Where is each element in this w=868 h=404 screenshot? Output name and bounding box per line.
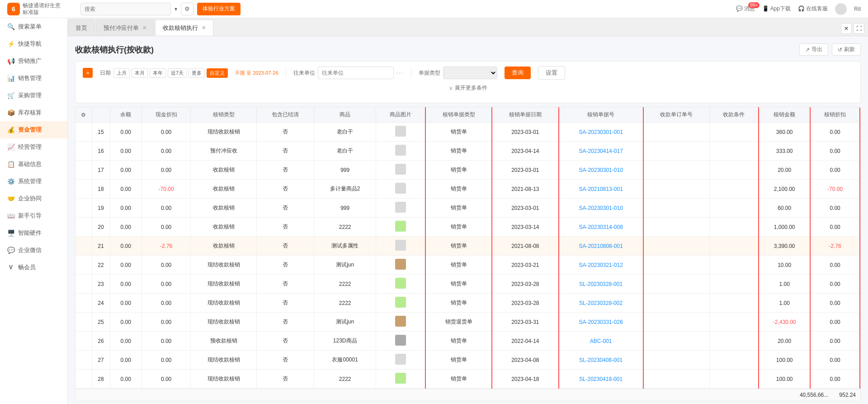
filter-expand-arrow[interactable]: » bbox=[83, 68, 93, 78]
sidebar-item-cooperation[interactable]: 🤝 企业协同 bbox=[0, 190, 67, 207]
date-btn-custom[interactable]: 自定义 bbox=[207, 68, 228, 78]
handshake-icon: 🤝 bbox=[7, 195, 14, 202]
notification-area[interactable]: 💬 消息 99+ bbox=[736, 5, 755, 13]
sidebar-item-search[interactable]: 🔍 搜索菜单 bbox=[0, 18, 67, 35]
date-label: 日期 bbox=[100, 69, 111, 77]
page-header: 收款核销执行(按收款) ↗ 导出 ↺ 刷新 bbox=[75, 43, 861, 56]
cell-gear bbox=[75, 256, 92, 275]
expand-conditions-button[interactable]: ∨ 展开更多条件 bbox=[444, 82, 492, 94]
notification-icon: 💬 bbox=[736, 5, 743, 12]
cell-bill-no[interactable]: SA-20230321-012 bbox=[559, 256, 643, 275]
cell-goods-image bbox=[376, 218, 425, 237]
app-download[interactable]: 📱 App下载 bbox=[762, 5, 791, 13]
sidebar-item-system[interactable]: ⚙️ 系统管理 bbox=[0, 173, 67, 190]
cell-bill-no[interactable]: SA-20230301-010 bbox=[559, 161, 643, 180]
cell-cash-discount: 0.00 bbox=[142, 275, 191, 294]
cell-receipt-condition bbox=[709, 275, 759, 294]
sidebar-item-hardware[interactable]: 🖥️ 智能硬件 bbox=[0, 224, 67, 242]
tab-prepayment[interactable]: 预付冲应付单 ✕ bbox=[96, 19, 154, 36]
cell-included-settled: 否 bbox=[256, 294, 314, 313]
bill-no-link[interactable]: SL-20230328-002 bbox=[579, 300, 623, 306]
search-input[interactable] bbox=[80, 3, 171, 15]
cell-seq: 28 bbox=[92, 370, 110, 389]
cell-goods: 999 bbox=[314, 199, 376, 218]
tab-maximize-button[interactable]: ⛶ bbox=[854, 23, 864, 34]
cell-write-off-discount: -2.76 bbox=[810, 237, 860, 256]
sidebar-item-basic[interactable]: 📋 基础信息 bbox=[0, 156, 67, 173]
cell-bill-no[interactable]: SL-20230408-001 bbox=[559, 351, 643, 370]
cell-write-off-amount: 100.00 bbox=[759, 370, 810, 389]
bill-type-select[interactable] bbox=[443, 67, 497, 79]
cell-bill-no[interactable]: ABC-001 bbox=[559, 332, 643, 351]
cell-bill-no[interactable]: SL-20230328-001 bbox=[559, 275, 643, 294]
sidebar-item-marketing[interactable]: 📢 营销推广 bbox=[0, 52, 67, 70]
cell-bill-no[interactable]: SA-20230301-001 bbox=[559, 123, 643, 142]
cell-cash-discount: 0.00 bbox=[142, 332, 191, 351]
gear-button[interactable]: ⚙ bbox=[181, 3, 193, 15]
bill-no-link[interactable]: SA-20210813-001 bbox=[579, 186, 623, 192]
cell-bill-no[interactable]: SA-20230301-010 bbox=[559, 199, 643, 218]
query-button[interactable]: 查询 bbox=[505, 67, 531, 79]
sidebar-item-guide[interactable]: 📖 新手引导 bbox=[0, 207, 67, 224]
bill-no-link[interactable]: SA-20210808-001 bbox=[579, 243, 623, 249]
date-btn-this-year[interactable]: 本年 bbox=[150, 68, 166, 78]
bill-no-link[interactable]: SL-20230328-001 bbox=[579, 281, 623, 287]
tab-home[interactable]: 首页 bbox=[68, 19, 95, 36]
cell-write-off-amount: -2,430.00 bbox=[759, 313, 810, 332]
sidebar-item-management[interactable]: 📈 经营管理 bbox=[0, 138, 67, 156]
cell-bill-no[interactable]: SA-20230314-008 bbox=[559, 218, 643, 237]
sidebar-item-purchase[interactable]: 🛒 采购管理 bbox=[0, 87, 67, 104]
cell-seq: 22 bbox=[92, 256, 110, 275]
filter-date-item: 日期 上月 本月 本年 近7天 更多 自定义 bbox=[100, 68, 228, 78]
sidebar-item-inventory[interactable]: 📦 库存核算 bbox=[0, 104, 67, 121]
cell-bill-no[interactable]: SA-20210813-001 bbox=[559, 180, 643, 199]
cell-bill-no[interactable]: SL-20230328-002 bbox=[559, 294, 643, 313]
cell-bill-no[interactable]: SL-20230418-001 bbox=[559, 370, 643, 389]
table-wrap: ⚙ 余额 现金折扣 核销类型 包含已结清 商品 商品图片 核销单据类型 核 bbox=[75, 107, 861, 401]
cell-write-off-type: 收款核销 bbox=[191, 180, 257, 199]
bill-no-link[interactable]: SA-20230301-001 bbox=[579, 129, 623, 135]
cell-write-off-type: 收款核销 bbox=[191, 161, 257, 180]
table-scroll[interactable]: ⚙ 余额 现金折扣 核销类型 包含已结清 商品 商品图片 核销单据类型 核 bbox=[75, 107, 860, 389]
wechat-icon: 💬 bbox=[7, 247, 14, 254]
bill-no-link[interactable]: SL-20230408-001 bbox=[579, 357, 623, 363]
bill-no-link[interactable]: ABC-001 bbox=[590, 338, 612, 344]
cell-goods-image bbox=[376, 370, 425, 389]
counterpart-input[interactable] bbox=[318, 67, 394, 79]
tab-close-button[interactable]: ✕ bbox=[841, 23, 852, 34]
cell-bill-no[interactable]: SA-20230414-017 bbox=[559, 142, 643, 161]
bill-no-link[interactable]: SA-20230414-017 bbox=[579, 148, 623, 154]
date-btn-this-month[interactable]: 本月 bbox=[132, 68, 148, 78]
bill-no-link[interactable]: SL-20230418-001 bbox=[579, 376, 623, 382]
sidebar-item-weixin[interactable]: 💬 企业微信 bbox=[0, 242, 67, 259]
cell-bill-no[interactable]: SA-20230331-026 bbox=[559, 313, 643, 332]
bill-no-link[interactable]: SA-20230331-026 bbox=[579, 319, 623, 325]
sidebar-item-quicknav[interactable]: ⚡ 快捷导航 bbox=[0, 35, 67, 52]
cell-bill-type: 销货单 bbox=[425, 142, 492, 161]
settings-button[interactable]: 设置 bbox=[538, 66, 565, 80]
bill-no-link[interactable]: SA-20230301-010 bbox=[579, 205, 623, 211]
cell-bill-date: 2023-03-21 bbox=[492, 256, 558, 275]
cell-cash-discount: 0.00 bbox=[142, 142, 191, 161]
date-btn-last-month[interactable]: 上月 bbox=[113, 68, 130, 78]
bill-no-link[interactable]: SA-20230301-010 bbox=[579, 167, 623, 173]
date-btn-7days[interactable]: 近7天 bbox=[168, 68, 187, 78]
dropdown-arrow[interactable]: ▾ bbox=[175, 6, 177, 12]
online-service[interactable]: 🎧 在线客服 bbox=[798, 5, 828, 13]
industry-solution-button[interactable]: 体验行业方案 bbox=[197, 3, 241, 15]
sidebar-item-vip[interactable]: V 畅会员 bbox=[0, 259, 67, 276]
table-row: 15 0.00 0.00 现结收款核销 否 老白干 销货单 2023-03-01… bbox=[75, 123, 860, 142]
date-btn-more[interactable]: 更多 bbox=[189, 68, 205, 78]
sidebar-item-sales[interactable]: 📊 销售管理 bbox=[0, 70, 67, 87]
sidebar-item-finance[interactable]: 💰 资金管理 bbox=[0, 121, 67, 138]
tab-writeoff[interactable]: 收款核销执行 ✕ bbox=[155, 19, 213, 36]
user-avatar[interactable] bbox=[835, 3, 847, 15]
box-icon: 📦 bbox=[7, 109, 14, 116]
cell-bill-no[interactable]: SA-20210808-001 bbox=[559, 237, 643, 256]
bill-no-link[interactable]: SA-20230321-012 bbox=[579, 262, 623, 268]
export-button[interactable]: ↗ 导出 bbox=[799, 43, 828, 56]
bill-no-link[interactable]: SA-20230314-008 bbox=[579, 224, 623, 230]
refresh-button[interactable]: ↺ 刷新 bbox=[832, 43, 861, 56]
tab-close-writeoff[interactable]: ✕ bbox=[202, 25, 206, 31]
tab-close-prepayment[interactable]: ✕ bbox=[142, 25, 146, 31]
